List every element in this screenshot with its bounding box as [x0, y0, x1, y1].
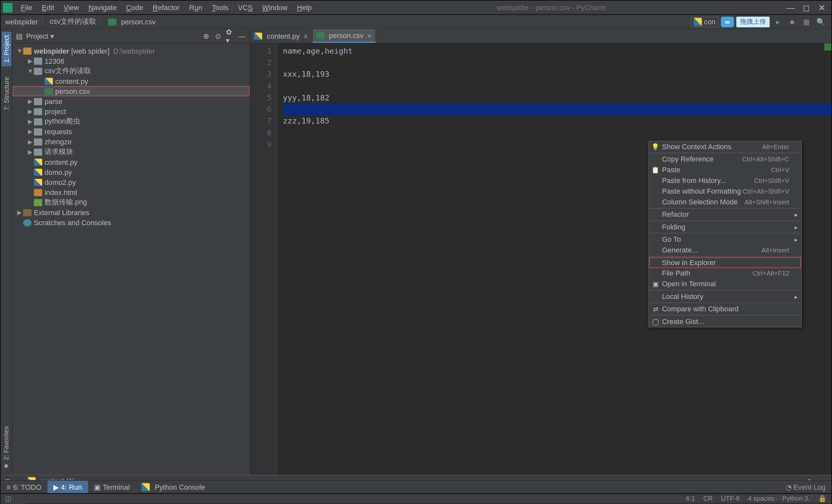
- context-menu-item[interactable]: Paste without FormattingCtrl+Alt+Shift+V: [649, 186, 801, 196]
- encoding[interactable]: UTF-8: [721, 495, 740, 502]
- menu-vcs[interactable]: VCS: [233, 3, 257, 12]
- tree-item[interactable]: domo2.py: [12, 177, 250, 187]
- code-line[interactable]: [283, 127, 831, 139]
- tree-item[interactable]: ▶12306: [12, 56, 250, 66]
- caret-position[interactable]: 6:1: [686, 495, 695, 502]
- menu-edit[interactable]: Edit: [37, 3, 59, 12]
- menu-item-icon: ▣: [651, 280, 660, 288]
- project-tree[interactable]: ▼ webspider [web spider] D:\webspider ▶1…: [12, 43, 250, 475]
- tree-item[interactable]: content.py: [12, 157, 250, 167]
- tree-item[interactable]: domo.py: [12, 167, 250, 177]
- tree-item[interactable]: ▶parse: [12, 96, 250, 106]
- project-view-icon: ▤: [16, 32, 22, 40]
- code-line[interactable]: xxx,18,193: [283, 69, 831, 80]
- tab-favorites[interactable]: ★ 2: Favorites: [1, 423, 11, 474]
- tree-item[interactable]: ▶requests: [12, 126, 250, 136]
- crumb-file[interactable]: person.csv: [121, 18, 155, 26]
- context-menu-item[interactable]: Show in Explorer: [649, 257, 801, 268]
- breadcrumb: webspider 〉 csv文件的读取 〉 person.csv: [5, 17, 155, 27]
- tree-item[interactable]: ▼csv文件的读取: [12, 66, 250, 76]
- context-menu-item[interactable]: Local History: [649, 291, 801, 302]
- code-line[interactable]: [283, 57, 831, 69]
- cloud-icon[interactable]: ∞: [721, 16, 734, 27]
- py-icon: [254, 32, 262, 39]
- terminal-tab[interactable]: ▣ Terminal: [88, 480, 136, 493]
- external-libraries[interactable]: ▶External Libraries: [12, 207, 250, 217]
- editor-tab[interactable]: content.py×: [250, 29, 312, 43]
- context-menu-item[interactable]: ◯Create Gist...: [649, 316, 801, 327]
- settings-icon[interactable]: ✿ ▾: [226, 32, 234, 40]
- window-title: webspider - person.csv - PyCharm: [316, 3, 786, 12]
- menu-tools[interactable]: Tools: [207, 3, 233, 12]
- menu-window[interactable]: Window: [257, 3, 292, 12]
- search-icon[interactable]: [815, 16, 827, 27]
- menu-file[interactable]: File: [16, 3, 37, 12]
- context-menu-item[interactable]: 📋PasteCtrl+V: [649, 165, 801, 176]
- context-menu-item[interactable]: Go To: [649, 234, 801, 245]
- code-line[interactable]: name,age,height: [283, 45, 831, 57]
- context-menu-item[interactable]: Paste from History...Ctrl+Shift+V: [649, 175, 801, 186]
- upload-badge[interactable]: 拖拽上传: [736, 16, 770, 27]
- close-icon[interactable]: ×: [303, 32, 308, 40]
- tree-item[interactable]: person.csv: [12, 86, 250, 96]
- menu-view[interactable]: View: [59, 3, 83, 12]
- tree-item[interactable]: index.html: [12, 187, 250, 197]
- context-menu-item[interactable]: Copy ReferenceCtrl+Alt+Shift+C: [649, 154, 801, 165]
- context-menu-item[interactable]: ⇄Compare with Clipboard: [649, 303, 801, 314]
- editor-tab[interactable]: person.csv×: [312, 29, 376, 43]
- menu-run[interactable]: Run: [184, 3, 207, 12]
- menu-item-icon: 💡: [651, 143, 660, 151]
- editor-context-menu[interactable]: 💡Show Context ActionsAlt+EnterCopy Refer…: [648, 141, 802, 327]
- tree-item[interactable]: ▶zhengze: [12, 137, 250, 147]
- tree-item[interactable]: content.py: [12, 76, 250, 86]
- menu-help[interactable]: Help: [292, 3, 316, 12]
- context-menu-item[interactable]: Refactor: [649, 209, 801, 220]
- line-ending[interactable]: CR: [703, 495, 713, 502]
- close-icon[interactable]: ×: [367, 31, 372, 39]
- menu-code[interactable]: Code: [121, 3, 148, 12]
- context-menu-item[interactable]: File PathCtrl+Alt+F12: [649, 268, 801, 279]
- run-tab-bottom[interactable]: ▶ 4: Run: [48, 480, 88, 493]
- context-menu-item[interactable]: 💡Show Context ActionsAlt+Enter: [649, 141, 801, 152]
- tree-root[interactable]: ▼ webspider [web spider] D:\webspider: [12, 46, 250, 56]
- hide-icon[interactable]: —: [238, 32, 246, 40]
- code-line[interactable]: [283, 80, 831, 92]
- tree-item[interactable]: ▶python爬虫: [12, 116, 250, 126]
- code-line[interactable]: yyy,18,182: [283, 92, 831, 104]
- stop-icon[interactable]: ■: [786, 16, 798, 27]
- todo-tab[interactable]: ≡ 6: TODO: [1, 480, 48, 493]
- close-button[interactable]: ✕: [818, 3, 826, 12]
- gutter: 123456789: [250, 43, 277, 475]
- left-tool-tabs: 1: Project 7: Structure ★ 2: Favorites: [1, 29, 13, 475]
- code-line[interactable]: zzz,19,185: [283, 115, 831, 127]
- menu-navigate[interactable]: Navigate: [84, 3, 122, 12]
- tab-project[interactable]: 1: Project: [2, 31, 11, 66]
- minimize-button[interactable]: —: [786, 3, 795, 12]
- menu-item-icon: 📋: [651, 166, 660, 174]
- tree-item[interactable]: ▶请求模块: [12, 147, 250, 157]
- layout-icon[interactable]: ▦: [801, 16, 812, 27]
- code-line[interactable]: [283, 104, 831, 115]
- collapse-icon[interactable]: ⊕: [202, 32, 211, 40]
- run-config-selector[interactable]: con: [690, 16, 719, 27]
- context-menu-item[interactable]: ▣Open in Terminal: [649, 279, 801, 290]
- crumb-folder[interactable]: csv文件的读取: [50, 17, 96, 27]
- context-menu-item[interactable]: Column Selection ModeAlt+Shift+Insert: [649, 196, 801, 207]
- context-menu-item[interactable]: Generate...Alt+Insert: [649, 245, 801, 256]
- context-menu-item[interactable]: Folding: [649, 221, 801, 232]
- tab-structure[interactable]: 7: Structure: [2, 74, 11, 114]
- nav-bar: webspider 〉 csv文件的读取 〉 person.csv con ∞ …: [1, 15, 831, 29]
- maximize-button[interactable]: ◻: [803, 3, 810, 12]
- debug-icon[interactable]: ▸: [772, 16, 784, 27]
- scratches[interactable]: Scratches and Consoles: [12, 217, 250, 228]
- select-opened-icon[interactable]: ⊙: [214, 32, 222, 40]
- crumb-project[interactable]: webspider: [5, 18, 38, 26]
- tree-item[interactable]: ▶project: [12, 106, 250, 116]
- menu-refactor[interactable]: Refactor: [148, 3, 184, 12]
- tree-item[interactable]: 数据传输.png: [12, 197, 250, 207]
- event-log-tab[interactable]: ◔ Event Log: [785, 483, 826, 491]
- tool-windows-icon[interactable]: ◫: [5, 495, 11, 502]
- editor-tabs: content.py×person.csv×: [250, 29, 831, 44]
- python-console-tab[interactable]: Python Console: [135, 480, 211, 493]
- project-title[interactable]: Project ▾: [26, 32, 198, 40]
